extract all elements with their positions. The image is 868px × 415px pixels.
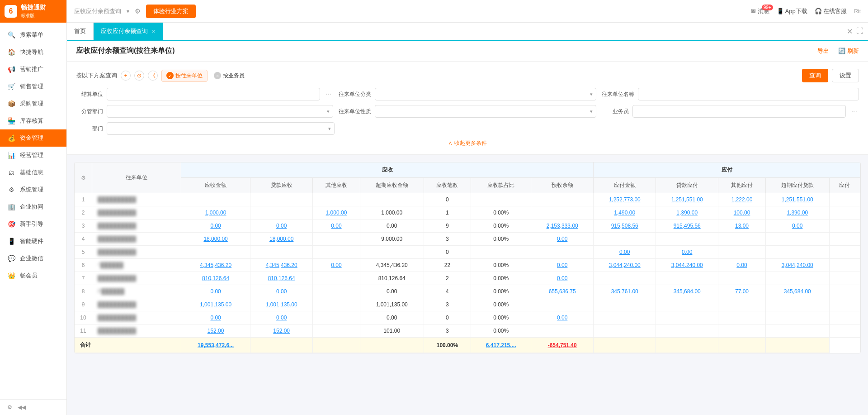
sales-icon: 🛒: [7, 83, 15, 90]
partner-name: ██████████: [92, 233, 181, 246]
sidebar-item-marketing[interactable]: 📢 营销推广: [0, 61, 66, 78]
sidebar-item-enterprise[interactable]: 🏢 企业协同: [0, 198, 66, 215]
col-settings[interactable]: ⚙: [75, 162, 92, 193]
partner-name: ██████████: [92, 272, 181, 285]
more-scheme-btn[interactable]: 《: [148, 71, 158, 81]
refresh-button[interactable]: 🔄 刷新: [838, 47, 859, 55]
row-index: 4: [75, 233, 92, 246]
sidebar-item-inventory[interactable]: 🏪 库存核算: [0, 112, 66, 129]
user-avatar[interactable]: Rit: [854, 8, 861, 14]
salesperson-input[interactable]: [632, 105, 846, 118]
scheme-option-salesperson[interactable]: ○ 按业务员: [209, 70, 249, 82]
row-index: 11: [75, 324, 92, 338]
sidebar-item-search[interactable]: 🔍 搜索菜单: [0, 26, 66, 43]
table-row: 8P██████0.000.000.0040.00%655,636.75345,…: [75, 285, 860, 298]
partner-nature-dropdown[interactable]: [375, 105, 596, 118]
sidebar-item-system[interactable]: ⚙ 系统管理: [0, 181, 66, 198]
inventory-icon: 🏪: [7, 117, 15, 124]
sidebar-item-finance[interactable]: 💰 资金管理: [0, 129, 66, 147]
tabbar-controls: ✕ ⛶: [842, 23, 868, 40]
department-select[interactable]: [107, 122, 335, 135]
sidebar-item-hardware[interactable]: 📱 智能硬件: [0, 233, 66, 250]
footer-ar-total[interactable]: 19,553,472,6...: [181, 338, 250, 353]
trial-plan-button[interactable]: 体验行业方案: [146, 5, 196, 18]
department-dropdown[interactable]: [107, 122, 335, 135]
settlement-unit-input[interactable]: [107, 88, 320, 100]
partner-name: ██████████: [92, 311, 181, 324]
add-scheme-btn[interactable]: +: [121, 71, 131, 81]
content: 应收应付余额查询(按往来单位) 导出 🔄 刷新 按以下方案查询 + ⊙ 《 ✓ …: [67, 41, 868, 415]
tab-arbalance[interactable]: 应收应付余额查询 ✕: [94, 23, 163, 40]
sidebar-settings-icon[interactable]: ⚙: [7, 404, 12, 410]
export-button[interactable]: 导出: [817, 47, 829, 55]
sidebar-item-sales[interactable]: 🛒 销售管理: [0, 78, 66, 95]
sidebar-item-quicknav[interactable]: 🏠 快捷导航: [0, 43, 66, 61]
settlement-unit-label: 结算单位: [76, 91, 103, 98]
tab-close-icon[interactable]: ✕: [151, 29, 156, 34]
table-row: 3██████████0.000.000.000.0090.00%2,153,3…: [75, 219, 860, 233]
online-service-link[interactable]: 🎧 在线客服: [815, 7, 847, 15]
filter-area: 按以下方案查询 + ⊙ 《 ✓ 按往来单位 ○ 按业务员 查询 设置: [67, 62, 868, 155]
filter-collapse-btn[interactable]: ∧ 收起更多条件: [76, 139, 859, 147]
table-container: ⚙ 往来单位 应收 应付 应收金额 贷款应收 其他应收 超期应收金额 应收笔数 …: [74, 162, 861, 353]
department-label: 部门: [76, 125, 103, 133]
tab-home[interactable]: 首页: [67, 23, 94, 40]
sidebar-item-wechat[interactable]: 💬 企业微信: [0, 250, 66, 267]
app-icon: 📱: [777, 8, 784, 14]
sidebar-footer: ⚙ ◀◀: [0, 399, 66, 415]
sidebar-item-member[interactable]: 👑 畅会员: [0, 267, 66, 284]
footer-ap-total[interactable]: -654,751.40: [531, 338, 594, 353]
sidebar-item-basic[interactable]: 🗂 基础信息: [0, 164, 66, 181]
partner-name: ██████████: [92, 246, 181, 259]
col-ar-overdue: 超期应收金额: [360, 178, 424, 193]
search-icon: 🔍: [7, 31, 15, 38]
partner-name: ██████████: [92, 193, 181, 206]
scheme-option-partner[interactable]: ✓ 按往来单位: [161, 70, 208, 82]
salesperson-scheme-icon: ○: [214, 72, 221, 79]
partner-category-dropdown[interactable]: [375, 88, 596, 100]
partner-name: ██████████: [92, 298, 181, 311]
footer-empty1: [250, 338, 313, 353]
footer-empty2: [313, 338, 360, 353]
settlement-unit-dots[interactable]: ···: [324, 90, 333, 98]
sidebar-collapse-icon[interactable]: ◀◀: [18, 404, 26, 410]
wechat-icon: 💬: [7, 255, 15, 262]
header-breadcrumb: 应收应付余额查询: [74, 7, 121, 15]
col-ap-loan: 贷款应付: [656, 178, 718, 193]
app-download-link[interactable]: 📱 App下载: [777, 7, 807, 15]
tab-expand-icon[interactable]: ⛶: [856, 27, 863, 35]
partner-nature-select[interactable]: [375, 105, 596, 118]
col-ar-amount: 应收金额: [181, 178, 250, 193]
guide-icon: 🎯: [7, 220, 15, 228]
col-settings-icon[interactable]: ⚙: [79, 174, 87, 182]
header: 应收应付余额查询 ▾ ⚙ 体验行业方案 ✉ 消息 99+ 📱 App下载 🎧 在…: [67, 0, 868, 23]
col-partner: 往来单位: [92, 162, 181, 193]
sidebar-item-operations[interactable]: 📊 经营管理: [0, 147, 66, 164]
query-button[interactable]: 查询: [802, 69, 828, 82]
row-index: 1: [75, 193, 92, 206]
settings-button[interactable]: 设置: [832, 69, 859, 82]
header-gear-icon[interactable]: ⚙: [135, 7, 141, 15]
sidebar-item-purchase[interactable]: 📦 采购管理: [0, 95, 66, 112]
partner-name-input[interactable]: [638, 88, 859, 100]
badge-count: 99+: [762, 5, 773, 10]
dept-manager-label: 分管部门: [76, 108, 103, 115]
row-index: 5: [75, 246, 92, 259]
messages-badge[interactable]: ✉ 消息 99+: [751, 7, 769, 15]
col-ap-amount: 应付金额: [594, 178, 656, 193]
header-dropdown-arrow[interactable]: ▾: [127, 8, 129, 14]
partner-category-select[interactable]: [375, 88, 596, 100]
tab-close-all-icon[interactable]: ✕: [847, 27, 853, 36]
settings-scheme-btn[interactable]: ⊙: [134, 71, 144, 81]
footer-prepaid-total[interactable]: 6,417,215....: [471, 338, 531, 353]
footer-empty3: [360, 338, 424, 353]
partner-nature-label: 往来单位性质: [339, 108, 371, 115]
sidebar-item-guide[interactable]: 🎯 新手引导: [0, 215, 66, 233]
dept-manager-dropdown[interactable]: [107, 105, 333, 118]
filter-partner-category: 往来单位分类: [339, 88, 596, 100]
dept-manager-select[interactable]: [107, 105, 333, 118]
table-row: 9██████████1,001,135.001,001,135.001,001…: [75, 298, 860, 311]
operations-icon: 📊: [7, 152, 15, 159]
scheme-label: 按以下方案查询: [76, 72, 117, 80]
salesperson-dots[interactable]: ···: [849, 107, 859, 115]
